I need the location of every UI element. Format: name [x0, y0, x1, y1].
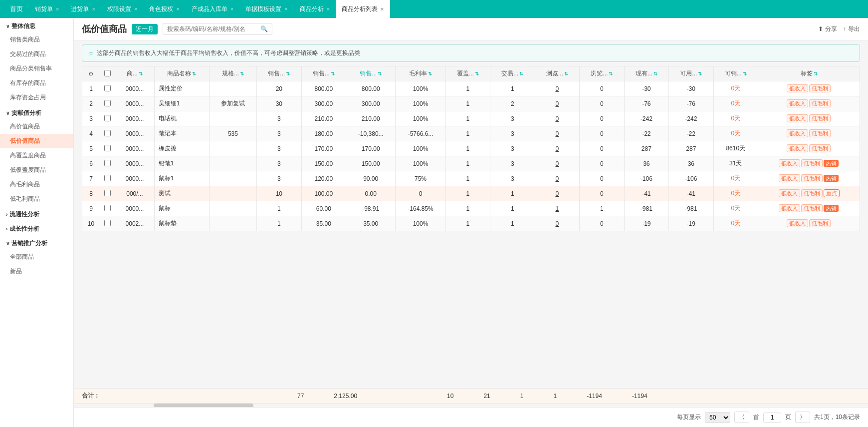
tags-col-header[interactable]: 标签⇅	[758, 66, 860, 81]
chevron-down-icon: ∨	[6, 110, 9, 116]
sidebar-group-liquidity[interactable]: › 流通性分析	[0, 206, 73, 221]
row-sales-price: 180.00	[301, 126, 346, 141]
row-margin: 100%	[396, 111, 445, 126]
row-browse1[interactable]: 0	[535, 171, 579, 186]
close-icon[interactable]: ×	[176, 6, 179, 12]
sidebar-group-marketing[interactable]: ∨ 营销推广分析	[0, 235, 73, 250]
browse1-col-header[interactable]: 浏览...⇅	[535, 66, 579, 81]
nav-permission-setting[interactable]: 权限设置 ×	[101, 0, 143, 18]
sidebar-item-traded-products[interactable]: 交易过的商品	[0, 47, 73, 61]
chevron-right-icon: ›	[6, 226, 7, 232]
row-checkbox[interactable]	[100, 201, 115, 216]
transaction-col-header[interactable]: 交易...⇅	[490, 66, 535, 81]
row-checkbox[interactable]	[100, 171, 115, 186]
sidebar-group-overall[interactable]: ∨ 整体信息	[0, 18, 73, 32]
code-col-header[interactable]: 商...⇅	[115, 66, 155, 81]
per-page-select[interactable]: 50 100 200	[705, 412, 730, 423]
nav-purchase-order[interactable]: 进货单 ×	[65, 0, 101, 18]
nav-sales-order[interactable]: 销货单 ×	[29, 0, 65, 18]
row-current: -981	[624, 201, 668, 216]
row-browse1[interactable]: 0	[535, 216, 579, 231]
row-checkbox[interactable]	[100, 141, 115, 156]
row-tags: 低收入低毛利	[758, 96, 860, 111]
sidebar-item-sales-products[interactable]: 销售类商品	[0, 32, 73, 47]
row-checkbox[interactable]	[100, 186, 115, 201]
browse2-col-header[interactable]: 浏览...⇅	[580, 66, 624, 81]
sidebar-group-growth[interactable]: › 成长性分析	[0, 221, 73, 235]
search-icon[interactable]: 🔍	[260, 25, 268, 32]
sidebar-item-high-margin[interactable]: 高毛利商品	[0, 177, 73, 192]
sidebar-item-stock-fund[interactable]: 库存资金占用	[0, 90, 73, 105]
close-icon[interactable]: ×	[56, 6, 59, 12]
sidebar-item-category-rate[interactable]: 商品分类销售率	[0, 61, 73, 76]
chevron-down-icon: ∨	[6, 23, 9, 29]
close-icon[interactable]: ×	[92, 6, 95, 12]
export-button[interactable]: ↑ 导出	[843, 25, 860, 33]
close-icon[interactable]: ×	[381, 6, 384, 12]
row-current: -242	[624, 111, 668, 126]
chevron-down-icon: ∨	[6, 241, 9, 246]
row-saleable: 31天	[713, 156, 758, 171]
available-col-header[interactable]: 可用...⇅	[669, 66, 713, 81]
row-browse1[interactable]: 0	[535, 96, 579, 111]
row-num: 5	[82, 141, 100, 156]
search-input[interactable]	[167, 25, 258, 32]
row-browse1[interactable]: 0	[535, 81, 579, 96]
close-icon[interactable]: ×	[230, 6, 233, 12]
row-current: -76	[624, 96, 668, 111]
coverage-col-header[interactable]: 覆盖...⇅	[445, 66, 490, 81]
page-header: 低价值商品 近一月 🔍 ⬆ 分享 ↑ 导出	[74, 18, 868, 40]
current-page-input[interactable]	[763, 413, 781, 423]
nav-product-analysis[interactable]: 商品分析 ×	[294, 0, 336, 18]
row-browse1[interactable]: 0	[535, 126, 579, 141]
row-checkbox[interactable]	[100, 111, 115, 126]
saleable-col-header[interactable]: 可销...⇅	[713, 66, 758, 81]
row-browse1[interactable]: 0	[535, 186, 579, 201]
row-browse1[interactable]: 0	[535, 141, 579, 156]
row-margin: 100%	[396, 81, 445, 96]
nav-template-setting[interactable]: 单据模板设置 ×	[239, 0, 293, 18]
nav-product-analysis-list[interactable]: 商品分析列表 ×	[336, 0, 390, 18]
row-browse1[interactable]: 0	[535, 156, 579, 171]
filter-tag-button[interactable]: 近一月	[132, 24, 158, 34]
close-icon[interactable]: ×	[327, 6, 330, 12]
sidebar-item-low-value[interactable]: 低价值商品	[0, 134, 73, 148]
name-col-header[interactable]: 商品名称⇅	[154, 66, 209, 81]
sales-qty-col-header[interactable]: 销售...⇅	[257, 66, 301, 81]
settings-col-header[interactable]: ⚙	[82, 66, 100, 81]
checkbox-col-header[interactable]	[100, 66, 115, 81]
last-page-button[interactable]: 〉	[795, 412, 810, 423]
row-sales-price: 170.00	[301, 141, 346, 156]
close-icon[interactable]: ×	[284, 6, 287, 12]
sidebar-item-low-coverage[interactable]: 低覆盖度商品	[0, 163, 73, 177]
horizontal-scrollbar[interactable]	[74, 403, 868, 407]
nav-product-warehouse[interactable]: 产成品入库单 ×	[186, 0, 239, 18]
nav-role-auth[interactable]: 角色授权 ×	[143, 0, 185, 18]
sidebar-group-contribution[interactable]: ∨ 贡献值分析	[0, 105, 73, 119]
nav-home[interactable]: 首页	[4, 0, 29, 18]
sidebar-item-new-products[interactable]: 新品	[0, 264, 73, 279]
spec-col-header[interactable]: 规格...⇅	[209, 66, 256, 81]
search-box[interactable]: 🔍	[163, 23, 272, 35]
row-checkbox[interactable]	[100, 126, 115, 141]
row-checkbox[interactable]	[100, 96, 115, 111]
current-col-header[interactable]: 现有...⇅	[624, 66, 668, 81]
row-browse1[interactable]: 0	[535, 111, 579, 126]
sidebar-item-stock-products[interactable]: 有库存的商品	[0, 76, 73, 90]
first-page-button[interactable]: 〈	[734, 412, 749, 423]
sidebar-item-high-coverage[interactable]: 高覆盖度商品	[0, 148, 73, 163]
row-checkbox[interactable]	[100, 156, 115, 171]
sales-amount-col-header[interactable]: 销售...⇅	[346, 66, 396, 81]
row-checkbox[interactable]	[100, 81, 115, 96]
row-browse1[interactable]: 1	[535, 201, 579, 216]
margin-col-header[interactable]: 毛利率⇅	[396, 66, 445, 81]
select-all-checkbox[interactable]	[104, 70, 111, 76]
share-button[interactable]: ⬆ 分享	[818, 25, 837, 33]
row-checkbox[interactable]	[100, 216, 115, 231]
sidebar-item-high-value[interactable]: 高价值商品	[0, 119, 73, 134]
sidebar-item-low-margin[interactable]: 低毛利商品	[0, 192, 73, 206]
table-header-row: ⚙ 商...⇅ 商品名称⇅ 规格...⇅ 销售...⇅ 销售...⇅ 销售...…	[82, 66, 860, 81]
close-icon[interactable]: ×	[134, 6, 137, 12]
sidebar-item-all-products[interactable]: 全部商品	[0, 250, 73, 264]
sales-price-col-header[interactable]: 销售...⇅	[301, 66, 346, 81]
